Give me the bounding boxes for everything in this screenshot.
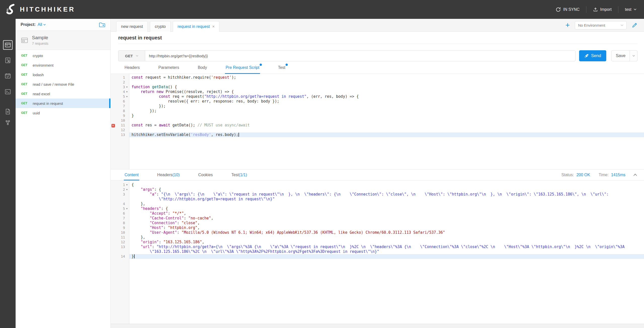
open-tab[interactable]: request in request× bbox=[173, 21, 219, 32]
code-line-text[interactable]: "headers": { bbox=[129, 206, 644, 211]
line-number: 8 bbox=[115, 109, 125, 113]
sync-label: IN SYNC bbox=[563, 7, 580, 12]
code-line-text[interactable]: "Connection": "close", bbox=[129, 221, 644, 225]
request-tab[interactable]: Parameters bbox=[158, 61, 179, 74]
code-line-text[interactable]: "url": "http://httpbin.org/get?a={\n \"a… bbox=[129, 245, 644, 254]
document-icon[interactable] bbox=[5, 108, 11, 115]
code-line-text[interactable]: function getData() { bbox=[129, 85, 644, 89]
request-list-item[interactable]: GETcrypto bbox=[16, 51, 110, 60]
open-tabs: new requestcryptorequest in request× bbox=[116, 21, 565, 31]
code-line-text[interactable]: "User-Agent": "Mozilla/5.0 (Windows NT 6… bbox=[129, 230, 644, 235]
gutter-cell: 3▼ bbox=[111, 85, 129, 89]
sync-status[interactable]: IN SYNC bbox=[555, 7, 580, 12]
response-tab[interactable]: Cookies bbox=[198, 169, 213, 180]
code-line-text[interactable] bbox=[129, 118, 644, 123]
gutter-cell: 9 bbox=[111, 225, 129, 230]
edit-environment-button[interactable] bbox=[632, 22, 637, 28]
api-document-icon[interactable] bbox=[5, 57, 11, 64]
user-menu[interactable]: test bbox=[625, 7, 636, 12]
save-button[interactable]: Save bbox=[612, 51, 630, 61]
tab-label: request in request bbox=[178, 24, 210, 29]
code-line-text[interactable]: const req = request("http://httpbin.org/… bbox=[129, 94, 644, 99]
request-tab-label: Parameters bbox=[158, 65, 179, 70]
fold-arrow-icon[interactable]: ▼ bbox=[125, 182, 129, 187]
open-tab[interactable]: new request bbox=[116, 21, 148, 32]
collapse-response-button[interactable] bbox=[633, 174, 637, 176]
fold-arrow-icon[interactable]: ▼ bbox=[125, 187, 129, 192]
request-list-item[interactable]: GETread / save / remove File bbox=[16, 79, 110, 89]
request-list-item[interactable]: GETuuid bbox=[16, 108, 110, 118]
line-number: 6 bbox=[115, 99, 125, 104]
import-button[interactable]: Import bbox=[593, 7, 612, 12]
code-line-text[interactable]: }, bbox=[129, 235, 644, 240]
request-list-item[interactable]: GETenvironment bbox=[16, 60, 110, 70]
request-tab[interactable]: Test bbox=[278, 61, 285, 74]
code-line-text[interactable]: resolve({ err: err, response: res, body:… bbox=[129, 99, 644, 104]
method-select[interactable]: GET bbox=[118, 50, 145, 61]
line-number: 9 bbox=[115, 113, 125, 118]
code-line-text[interactable] bbox=[129, 80, 644, 85]
code-line-text[interactable]: "origin": "163.125.165.186", bbox=[129, 240, 644, 245]
response-tab-count: (10) bbox=[173, 173, 180, 177]
request-list-item[interactable]: GETlodash bbox=[16, 70, 110, 79]
code-line-text[interactable]: const request = hitchhiker.require('requ… bbox=[129, 75, 644, 80]
save-options-button[interactable] bbox=[630, 51, 637, 61]
line-number: 13 bbox=[115, 245, 125, 249]
project-filter-select[interactable]: All bbox=[38, 22, 46, 27]
send-button[interactable]: Send bbox=[579, 50, 606, 61]
code-line-text[interactable]: }); bbox=[129, 104, 644, 109]
collection-count: 7 requests bbox=[32, 41, 48, 45]
code-line-text[interactable]: "a": "{\n \"args\": {\n \"a\": \"request… bbox=[129, 192, 644, 202]
pre-request-script-editor[interactable]: 1const request = hitchhiker.require('req… bbox=[111, 74, 644, 169]
new-collection-button[interactable] bbox=[99, 22, 105, 27]
collection-icon bbox=[21, 37, 28, 43]
unsaved-dot bbox=[286, 64, 288, 66]
collections-icon[interactable] bbox=[3, 40, 13, 50]
line-number: 4 bbox=[115, 202, 125, 206]
request-name: request in request bbox=[33, 101, 63, 106]
code-line-text[interactable]: return new Promise((resolve, reject) => … bbox=[129, 89, 644, 94]
code-line-text[interactable]: } bbox=[129, 113, 644, 118]
request-list-item[interactable]: GETrequest in request bbox=[16, 99, 110, 108]
response-tab[interactable]: Test(1/1) bbox=[231, 169, 247, 180]
response-body-viewer[interactable]: 1▼{2▼ "args": {3 "a": "{\n \"args\": {\n… bbox=[111, 180, 644, 324]
code-line-text[interactable]: "Host": "httpbin.org", bbox=[129, 225, 644, 230]
code-line-text[interactable]: }); bbox=[129, 109, 644, 113]
code-line-text[interactable]: "Cache-Control": "no-cache", bbox=[129, 216, 644, 221]
page-head: request in request bbox=[118, 32, 637, 44]
response-tab[interactable]: Content bbox=[125, 169, 139, 180]
code-line-text[interactable]: hitchhiker.setEnvVariable('resBody', res… bbox=[129, 132, 644, 137]
fold-arrow-icon[interactable]: ▼ bbox=[125, 94, 129, 99]
chevron-down-icon bbox=[634, 9, 636, 10]
open-tab[interactable]: crypto bbox=[150, 21, 171, 32]
url-input[interactable] bbox=[145, 50, 576, 61]
request-tab[interactable]: Headers bbox=[125, 61, 140, 74]
fold-arrow-icon[interactable]: ▼ bbox=[125, 206, 129, 211]
code-line-text[interactable]: { bbox=[129, 182, 644, 187]
fold-arrow-icon[interactable]: ▼ bbox=[125, 85, 129, 89]
collection-item[interactable]: Sample 7 requests bbox=[16, 31, 110, 50]
request-tab[interactable]: Body bbox=[198, 61, 207, 74]
response-tab[interactable]: Headers(10) bbox=[157, 169, 180, 180]
add-tab-button[interactable]: + bbox=[565, 21, 570, 29]
code-line-text[interactable]: } bbox=[129, 254, 644, 259]
code-line-text[interactable] bbox=[129, 128, 644, 132]
gutter-marker-slot: × bbox=[111, 123, 115, 128]
environment-select[interactable]: No Environment bbox=[575, 21, 627, 29]
method-badge: GET bbox=[21, 82, 33, 86]
line-number: 5 bbox=[115, 94, 125, 99]
schedule-icon[interactable] bbox=[5, 73, 11, 79]
code-line-text[interactable]: "Accept": "*/*", bbox=[129, 211, 644, 216]
close-icon[interactable]: × bbox=[212, 24, 215, 29]
code-line-text[interactable]: const res = await getData(); // MUST use… bbox=[129, 123, 644, 128]
method-value: GET bbox=[125, 54, 133, 58]
request-list-item[interactable]: GETread excel bbox=[16, 89, 110, 99]
request-tab[interactable]: Pre Request Script bbox=[226, 61, 259, 74]
project-nodes-icon[interactable] bbox=[5, 119, 11, 126]
terminal-icon[interactable] bbox=[5, 88, 11, 95]
fold-arrow-icon[interactable]: ▼ bbox=[125, 89, 129, 94]
code-line-text[interactable]: "args": { bbox=[129, 187, 644, 192]
project-filter-value: All bbox=[38, 22, 42, 27]
topbar-divider bbox=[586, 6, 586, 13]
code-line-text[interactable]: }, bbox=[129, 202, 644, 206]
